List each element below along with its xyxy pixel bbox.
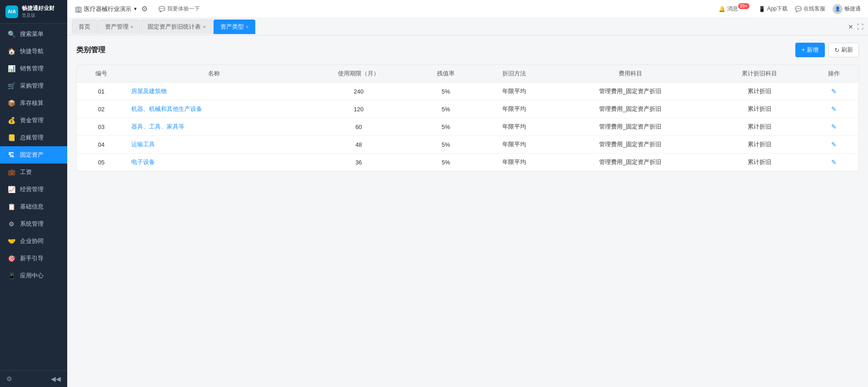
settings-footer-icon[interactable]: ⚙ bbox=[6, 375, 12, 382]
tabbar: 首页资产管理×固定资产折旧统计表×资产类型× ✕ ⛶ bbox=[67, 18, 868, 35]
cell-method: 年限平均 bbox=[477, 118, 551, 136]
cell-residual: 5% bbox=[415, 83, 477, 100]
cell-code: 02 bbox=[77, 100, 126, 118]
tab-close-icon[interactable]: × bbox=[130, 24, 133, 30]
sidebar-item-app-center[interactable]: 📱 应用中心 bbox=[0, 267, 67, 284]
sidebar-item-label-search: 搜索菜单 bbox=[20, 30, 44, 38]
cell-name[interactable]: 电子设备 bbox=[126, 154, 303, 171]
feedback-button[interactable]: 💬 我要体验一下 bbox=[159, 5, 200, 13]
notification-button[interactable]: 🔔 消息 99+ bbox=[719, 5, 751, 13]
search-icon: 🔍 bbox=[7, 30, 15, 38]
cell-action[interactable]: ✎ bbox=[809, 154, 858, 171]
sidebar-item-sales[interactable]: 📊 销售管理 bbox=[0, 60, 67, 77]
tab-资产类型[interactable]: 资产类型× bbox=[213, 20, 255, 34]
cell-expense: 管理费用_固定资产折旧 bbox=[551, 100, 709, 118]
cell-period: 36 bbox=[302, 154, 415, 171]
maximize-icon[interactable]: ⛶ bbox=[857, 23, 863, 30]
notification-badge: 99+ bbox=[738, 3, 749, 9]
sidebar-item-ledger[interactable]: 📒 总账管理 bbox=[0, 129, 67, 146]
tab-首页[interactable]: 首页 bbox=[72, 20, 97, 34]
sidebar-item-enterprise[interactable]: 🤝 企业协同 bbox=[0, 233, 67, 250]
sidebar-item-quick-nav[interactable]: 🏠 快捷导航 bbox=[0, 43, 67, 60]
sidebar-item-operations[interactable]: 📈 经营管理 bbox=[0, 181, 67, 198]
cell-residual: 5% bbox=[415, 100, 477, 118]
new-button[interactable]: + 新增 bbox=[795, 43, 825, 57]
col-残值率: 残值率 bbox=[415, 65, 477, 83]
fixed-assets-icon: 🏗 bbox=[7, 151, 15, 159]
inventory-icon: 📦 bbox=[7, 99, 15, 107]
tab-固定资产折旧统计表[interactable]: 固定资产折旧统计表× bbox=[141, 20, 212, 34]
refresh-button[interactable]: ↻ 刷新 bbox=[828, 43, 859, 57]
sidebar-item-label-payroll: 工资 bbox=[20, 168, 32, 176]
edit-icon[interactable]: ✎ bbox=[831, 123, 837, 130]
cell-name[interactable]: 机器、机械和其他生产设备 bbox=[126, 100, 303, 118]
app-logo: AtA bbox=[5, 5, 18, 18]
sidebar-item-purchase[interactable]: 🛒 采购管理 bbox=[0, 77, 67, 94]
tab-label: 资产管理 bbox=[105, 23, 129, 31]
page-header: 类别管理 + 新增 ↻ 刷新 bbox=[76, 43, 859, 57]
col-编号: 编号 bbox=[77, 65, 126, 83]
tab-close-icon[interactable]: × bbox=[203, 24, 205, 30]
cell-action[interactable]: ✎ bbox=[809, 83, 858, 100]
company-name: 医疗器械行业演示 bbox=[84, 5, 131, 13]
sidebar-item-label-basic-info: 基础信息 bbox=[20, 203, 44, 211]
user-menu[interactable]: 👤 畅捷通 bbox=[833, 4, 861, 14]
refresh-label: 刷新 bbox=[841, 46, 853, 54]
tab-close-icon[interactable]: × bbox=[246, 24, 248, 30]
cell-period: 240 bbox=[302, 83, 415, 100]
topbar-right: 🔔 消息 99+ 📱 App下载 💬 在线客服 👤 畅捷通 bbox=[719, 4, 861, 14]
cell-expense: 管理费用_固定资产折旧 bbox=[551, 154, 709, 171]
tab-label: 资产类型 bbox=[220, 23, 244, 31]
sidebar-item-inventory[interactable]: 📦 库存核算 bbox=[0, 94, 67, 112]
enterprise-icon: 🤝 bbox=[7, 237, 15, 245]
service-icon: 💬 bbox=[795, 6, 802, 12]
col-费用科目: 费用科目 bbox=[551, 65, 709, 83]
sidebar-item-label-quick-nav: 快捷导航 bbox=[20, 47, 44, 55]
sidebar: AtA 畅捷通好业财 普及版 🔍 搜索菜单 🏠 快捷导航 📊 销售管理 🛒 采购… bbox=[0, 0, 67, 387]
cell-method: 年限平均 bbox=[477, 136, 551, 154]
tab-资产管理[interactable]: 资产管理× bbox=[98, 20, 140, 34]
sidebar-item-payroll[interactable]: 💼 工资 bbox=[0, 164, 67, 181]
app-download-button[interactable]: 📱 App下载 bbox=[759, 5, 788, 13]
edit-icon[interactable]: ✎ bbox=[831, 88, 837, 95]
topbar-settings-icon[interactable]: ⚙ bbox=[141, 5, 148, 13]
sidebar-item-fixed-assets[interactable]: 🏗 固定资产 bbox=[0, 146, 67, 164]
sidebar-nav: 🔍 搜索菜单 🏠 快捷导航 📊 销售管理 🛒 采购管理 📦 库存核算 💰 资金管… bbox=[0, 24, 67, 370]
topbar: 🏢 医疗器械行业演示 ▼ ⚙ 💬 我要体验一下 🔔 消息 99+ 📱 App下载… bbox=[67, 0, 868, 18]
cell-code: 03 bbox=[77, 118, 126, 136]
edit-icon[interactable]: ✎ bbox=[831, 105, 837, 113]
cell-name[interactable]: 房屋及建筑物 bbox=[126, 83, 303, 100]
collapse-icon[interactable]: ◀◀ bbox=[51, 375, 61, 382]
basic-info-icon: 📋 bbox=[7, 203, 15, 211]
sidebar-item-label-funds: 资金管理 bbox=[20, 116, 44, 124]
app-title: 畅捷通好业财 bbox=[22, 5, 55, 12]
close-window-icon[interactable]: ✕ bbox=[848, 23, 853, 30]
cell-action[interactable]: ✎ bbox=[809, 136, 858, 154]
funds-icon: 💰 bbox=[7, 116, 15, 124]
cell-name[interactable]: 运输工具 bbox=[126, 136, 303, 154]
tabbar-controls: ✕ ⛶ bbox=[848, 23, 863, 30]
sidebar-item-guide[interactable]: 🎯 新手引导 bbox=[0, 250, 67, 267]
content-area: 类别管理 + 新增 ↻ 刷新 编号名称使用期限（月）残值率折旧方法费用科目累计折… bbox=[67, 35, 868, 387]
online-service-button[interactable]: 💬 在线客服 bbox=[795, 5, 825, 13]
payroll-icon: 💼 bbox=[7, 168, 15, 176]
cell-accumulated: 累计折旧 bbox=[709, 118, 809, 136]
cell-name[interactable]: 器具、工具、家具等 bbox=[126, 118, 303, 136]
edit-icon[interactable]: ✎ bbox=[831, 141, 837, 148]
sidebar-footer: ⚙ ◀◀ bbox=[0, 370, 67, 387]
col-操作: 操作 bbox=[809, 65, 858, 83]
notification-label: 消息 bbox=[727, 5, 738, 13]
cell-action[interactable]: ✎ bbox=[809, 100, 858, 118]
cell-method: 年限平均 bbox=[477, 154, 551, 171]
edit-icon[interactable]: ✎ bbox=[831, 159, 837, 166]
cell-method: 年限平均 bbox=[477, 100, 551, 118]
notification-icon: 🔔 bbox=[719, 6, 725, 12]
cell-expense: 管理费用_固定资产折旧 bbox=[551, 136, 709, 154]
avatar: 👤 bbox=[833, 4, 843, 14]
company-selector[interactable]: 🏢 医疗器械行业演示 ▼ bbox=[74, 5, 138, 13]
sidebar-item-search[interactable]: 🔍 搜索菜单 bbox=[0, 25, 67, 43]
sidebar-item-system[interactable]: ⚙ 系统管理 bbox=[0, 215, 67, 233]
sidebar-item-basic-info[interactable]: 📋 基础信息 bbox=[0, 198, 67, 215]
cell-action[interactable]: ✎ bbox=[809, 118, 858, 136]
sidebar-item-funds[interactable]: 💰 资金管理 bbox=[0, 112, 67, 129]
